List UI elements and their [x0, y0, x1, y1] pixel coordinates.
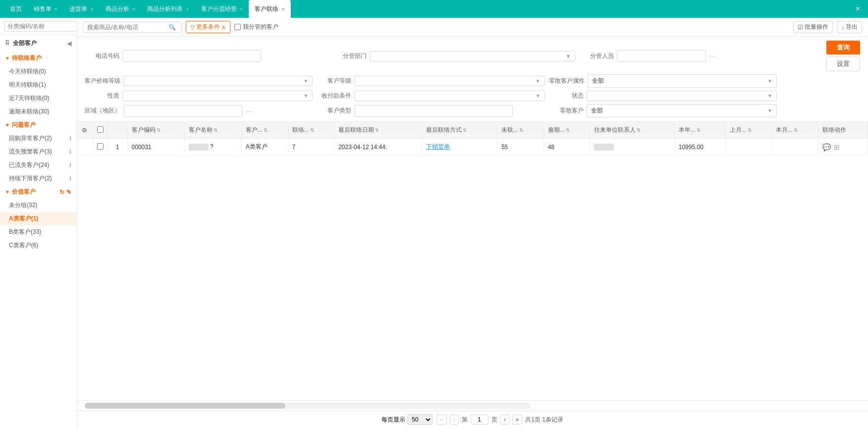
table-row: 1 000031 ? A类客户 7 [77, 139, 868, 156]
tab-product-list-close[interactable]: × [186, 6, 189, 12]
page-input[interactable] [471, 415, 488, 425]
qr-icon[interactable]: ⊞ [834, 143, 840, 151]
payment-select[interactable]: ▼ [354, 91, 544, 101]
filter-row-2: 客户价格等级 ▼ 客户等级 ▼ 零散客户属性 全部 [85, 74, 860, 88]
tab-customer-contact-close[interactable]: × [281, 6, 284, 12]
my-customers-checkbox[interactable] [234, 24, 241, 30]
nav-home[interactable]: 首页 [4, 0, 28, 18]
area-label: 区域（地区） [85, 107, 120, 115]
chat-icon[interactable]: 💬 [822, 143, 831, 151]
tab-purchase[interactable]: 进货单 × [63, 0, 99, 18]
person-input[interactable] [617, 50, 706, 62]
tab-product-analysis-close[interactable]: × [132, 6, 135, 12]
tab-customer-mgmt-close[interactable]: × [240, 6, 243, 12]
phone-input[interactable] [122, 50, 261, 62]
settings-button[interactable]: 设置 [826, 56, 860, 71]
tab-product-list[interactable]: 商品分析列表 × [141, 0, 195, 18]
customer-level-select[interactable]: ▼ [354, 76, 544, 86]
area-input[interactable] [123, 105, 242, 117]
refresh-icon[interactable]: ↻ [59, 189, 64, 196]
retail-attr-select[interactable]: 全部 ▼ [588, 74, 777, 88]
select-all-checkbox[interactable] [97, 126, 104, 133]
edit-icon[interactable]: ✎ [66, 189, 71, 196]
sidebar-item-7days[interactable]: 近7天待联络(0) [0, 92, 76, 105]
sidebar-item-a-class[interactable]: A类客户(1) [0, 212, 76, 225]
col-this-year-header[interactable]: 本年... ⇅ [674, 122, 725, 139]
per-page-select[interactable]: 50 100 200 [407, 414, 433, 425]
row-this-year: 10995.00 [674, 139, 725, 156]
col-code-header[interactable]: 客户编码 ⇅ [127, 122, 184, 139]
area-more-icon[interactable]: ··· [246, 107, 251, 114]
customer-type-field: 客户类型 [317, 105, 544, 117]
row-checkbox[interactable] [97, 143, 104, 150]
sidebar-item-b-class[interactable]: B类客户(33) [0, 225, 76, 239]
sidebar-collapse-icon[interactable]: ◀ [67, 40, 71, 47]
per-page-label: 每页显示 [381, 416, 405, 424]
info-icon-3[interactable]: ℹ [69, 175, 71, 182]
sidebar-item-abnormal-repurchase[interactable]: 回购异常客户(2) ℹ [0, 132, 76, 145]
sidebar-item-c-class[interactable]: C类客户(6) [0, 239, 76, 252]
price-level-select[interactable]: ▼ [123, 76, 313, 86]
col-contact-header[interactable]: 联络... ⇅ [288, 122, 334, 139]
status-select[interactable]: ▼ [587, 91, 777, 101]
tab-customer-contact[interactable]: 客户联络 × [249, 0, 290, 18]
col-overdue-header[interactable]: 逾期... ⇅ [543, 122, 590, 139]
section-value-title[interactable]: ▼ 价值客户 ↻ ✎ [0, 185, 76, 199]
sidebar-item-tomorrow[interactable]: 明天待联络(1) [0, 78, 76, 92]
bottom-section: 每页显示 50 100 200 « ‹ 第 页 [77, 400, 868, 428]
sidebar-item-overdue[interactable]: 逾期未联络(30) [0, 105, 76, 118]
nature-select[interactable]: ▼ [122, 91, 313, 101]
customer-type-label: 客户类型 [317, 107, 351, 115]
filter-row-4: 区域（地区） ··· 客户类型 零散客户 全部 ▼ [85, 104, 860, 117]
col-unit-contact-header[interactable]: 往来单位联系人 ⇅ [590, 122, 674, 139]
content-area: 🔍 ▽ 更多条件 ∧ 我分管的客户 ☑ 批量操作 ↓ 导出 [77, 18, 868, 428]
col-not-contacted-header[interactable]: 未联... ⇅ [497, 122, 543, 139]
person-more-icon[interactable]: ··· [710, 53, 715, 59]
row-checkbox-cell[interactable] [93, 139, 108, 156]
next-page-btn[interactable]: › [500, 415, 509, 425]
batch-ops-btn[interactable]: ☑ 批量操作 [793, 21, 833, 33]
tab-sales[interactable]: 销售单 × [28, 0, 63, 18]
sidebar-item-churn-warning[interactable]: 流失预警客户(3) ℹ [0, 145, 76, 159]
retail-customer-select[interactable]: 全部 ▼ [587, 104, 777, 117]
col-checkbox-header[interactable] [93, 122, 108, 139]
sidebar-search-input[interactable] [4, 21, 77, 32]
more-filters-btn[interactable]: ▽ 更多条件 ∧ [186, 21, 230, 33]
section-pending-title[interactable]: ▼ 待联络客户 [0, 52, 76, 65]
section-problem-title[interactable]: ▼ 问题客户 [0, 118, 76, 132]
sidebar-item-unclassified[interactable]: 未分组(32) [0, 199, 76, 212]
close-all-tabs[interactable]: × [852, 4, 864, 13]
col-category-header[interactable]: 客户... ⇅ [241, 122, 288, 139]
col-last-month-header[interactable]: 上月... ⇅ [725, 122, 772, 139]
col-name-header[interactable]: 客户名称 ⇅ [184, 122, 241, 139]
grid-icon: ⠿ [5, 40, 9, 47]
search-input[interactable] [87, 24, 166, 31]
first-page-btn[interactable]: « [436, 415, 447, 425]
row-last-contact-method[interactable]: 下销货单 [422, 139, 497, 156]
tab-product-analysis[interactable]: 商品分析 × [100, 0, 141, 18]
info-icon-0[interactable]: ℹ [69, 135, 71, 142]
sidebar-item-churned[interactable]: 已流失客户(24) ℹ [0, 159, 76, 172]
horizontal-scrollbar[interactable] [85, 403, 531, 409]
col-gear[interactable]: ⚙ [77, 122, 93, 139]
customer-type-input[interactable] [354, 105, 513, 117]
query-button[interactable]: 查询 [826, 41, 860, 54]
col-last-date-header[interactable]: 最后联络日期 ⇅ [334, 122, 422, 139]
sidebar-all-customers[interactable]: ⠿ 全部客户 ◀ [0, 35, 76, 52]
export-btn[interactable]: ↓ 导出 [837, 21, 862, 33]
sidebar-item-declining[interactable]: 持续下滑客户(2) ℹ [0, 172, 76, 185]
sidebar-item-today[interactable]: 今天待联络(0) [0, 65, 76, 78]
tab-purchase-close[interactable]: × [90, 6, 93, 12]
prev-page-btn[interactable]: ‹ [450, 415, 459, 425]
last-page-btn[interactable]: » [512, 415, 523, 425]
info-icon-1[interactable]: ℹ [69, 149, 71, 155]
dept-select[interactable]: ▼ [370, 51, 575, 61]
search-icon[interactable]: 🔍 [168, 24, 176, 31]
col-this-month-header[interactable]: 本月... ⇅ [772, 122, 818, 139]
tab-sales-close[interactable]: × [54, 6, 57, 12]
col-last-method-header[interactable]: 最后联络方式 ⇅ [422, 122, 497, 139]
scroll-thumb[interactable] [85, 403, 285, 409]
price-level-field: 客户价格等级 ▼ [85, 76, 313, 86]
tab-customer-mgmt[interactable]: 客户分层经营 × [195, 0, 249, 18]
info-icon-2[interactable]: ℹ [69, 162, 71, 168]
